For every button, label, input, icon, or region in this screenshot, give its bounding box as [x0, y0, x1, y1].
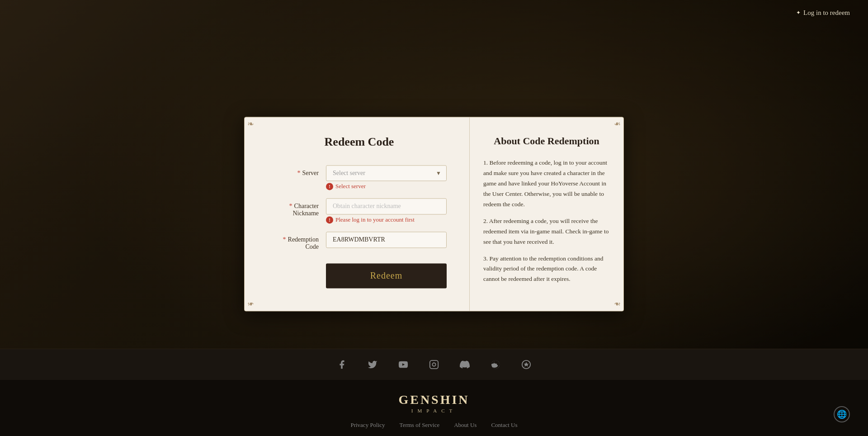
server-row: *Server Select server America Europe Asi…	[272, 165, 447, 190]
contact-link[interactable]: Contact Us	[491, 422, 517, 429]
redeem-modal: ❧ ❧ ❧ ❧ Redeem Code *Server Select serve…	[244, 117, 624, 311]
server-field-wrap: Select server America Europe Asia TW/HK/…	[326, 165, 447, 190]
hoyolab-icon[interactable]	[519, 357, 533, 372]
redeem-title: Redeem Code	[272, 135, 447, 149]
redemption-code-input[interactable]	[326, 232, 447, 248]
redeem-btn-wrapper: Redeem	[272, 259, 447, 288]
redemption-row: *Redemption Code	[272, 232, 447, 251]
discord-icon[interactable]	[458, 357, 472, 372]
footer: GENSHIN IMPACT Privacy Policy Terms of S…	[0, 349, 868, 436]
info-item-2: 2. After redeeming a code, you will rece…	[483, 216, 610, 247]
login-button[interactable]: Log in to redeem	[796, 9, 850, 17]
instagram-icon[interactable]	[427, 357, 441, 372]
server-select[interactable]: Select server America Europe Asia TW/HK/…	[326, 165, 447, 181]
required-star-3: *	[283, 236, 286, 243]
youtube-icon[interactable]	[396, 357, 410, 372]
required-star: *	[297, 170, 300, 176]
redemption-label: *Redemption Code	[272, 232, 326, 251]
character-error: ! Please log in to your account first	[326, 216, 447, 223]
corner-decoration-tl: ❧	[247, 120, 258, 131]
character-label: *Character Nickname	[272, 198, 326, 217]
language-globe-icon[interactable]: 🌐	[834, 406, 850, 422]
logo-sub: IMPACT	[398, 408, 469, 413]
corner-decoration-br: ❧	[610, 297, 621, 308]
social-bar	[0, 349, 868, 380]
svg-rect-1	[430, 360, 438, 369]
left-panel: Redeem Code *Server Select server Americ…	[245, 117, 470, 311]
server-select-wrapper: Select server America Europe Asia TW/HK/…	[326, 165, 447, 181]
server-error: ! Select server	[326, 183, 447, 190]
modal-wrapper: ❧ ❧ ❧ ❧ Redeem Code *Server Select serve…	[244, 117, 624, 311]
server-label: *Server	[272, 165, 326, 177]
server-error-text: Select server	[335, 183, 366, 190]
character-nickname-input[interactable]	[326, 198, 447, 214]
logo: GENSHIN IMPACT	[398, 393, 469, 413]
reddit-icon[interactable]	[488, 357, 503, 372]
character-field-wrap: ! Please log in to your account first	[326, 198, 447, 223]
privacy-policy-link[interactable]: Privacy Policy	[350, 422, 385, 429]
error-icon-server: !	[326, 183, 333, 190]
terms-link[interactable]: Terms of Service	[400, 422, 440, 429]
right-panel: About Code Redemption 1. Before redeemin…	[470, 117, 623, 289]
info-item-1: 1. Before redeeming a code, log in to yo…	[483, 158, 610, 210]
redemption-field-wrap	[326, 232, 447, 248]
corner-decoration-bl: ❧	[247, 297, 258, 308]
info-item-3: 3. Pay attention to the redemption condi…	[483, 254, 610, 285]
info-text: 1. Before redeeming a code, log in to yo…	[483, 158, 610, 289]
facebook-icon[interactable]	[335, 357, 349, 372]
footer-links: Privacy Policy Terms of Service About Us…	[350, 422, 517, 429]
required-star-2: *	[289, 203, 292, 209]
bottom-bar: GENSHIN IMPACT Privacy Policy Terms of S…	[0, 380, 868, 436]
about-title: About Code Redemption	[483, 135, 610, 147]
about-link[interactable]: About Us	[454, 422, 476, 429]
header: Log in to redeem	[778, 0, 868, 26]
error-icon-character: !	[326, 216, 333, 223]
character-row: *Character Nickname ! Please log in to y…	[272, 198, 447, 223]
redeem-button[interactable]: Redeem	[326, 263, 447, 288]
corner-decoration-tr: ❧	[610, 120, 621, 131]
character-error-text: Please log in to your account first	[335, 216, 415, 223]
logo-text: GENSHIN	[398, 393, 469, 407]
twitter-icon[interactable]	[365, 357, 380, 372]
